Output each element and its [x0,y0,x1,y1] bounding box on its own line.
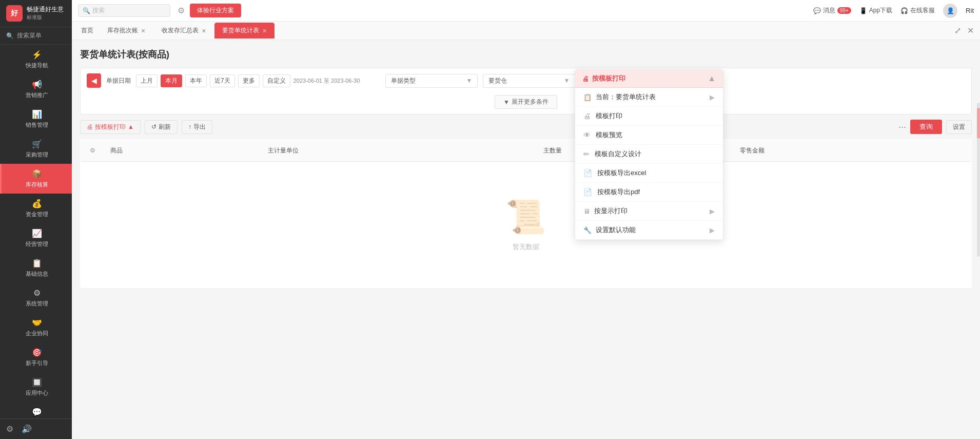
date-btn-more[interactable]: 更多 [238,74,260,87]
goods-filter-label: 要货仓 [488,77,507,85]
business-nav-label: 经营管理 [26,240,48,248]
topbar-search-icon: 🔍 [83,7,90,14]
printer-icon: 🖨 [87,123,93,130]
sidebar-item-collab[interactable]: 🤝 企业协同 [0,313,72,342]
export-pdf-label: 按模板导出pdf [597,187,715,197]
messages-button[interactable]: 💬 消息 99+ [813,6,851,15]
goods-filter-select[interactable]: 要货仓 ▼ [483,74,575,88]
date-btn-custom[interactable]: 自定义 [263,74,290,87]
date-btn-this-year[interactable]: 本年 [185,74,207,87]
purchase-nav-label: 采购管理 [26,151,48,159]
dropdown-item-export-pdf[interactable]: 📄 按模板导出pdf [575,183,723,202]
dropdown-title: 🖨 按模板打印 [582,74,625,83]
empty-state: 📜 暂无数据 [87,167,965,282]
tabbar-close-button[interactable]: ✕ [965,24,976,37]
type-filter-select[interactable]: 单据类型 ▼ [385,74,478,88]
dropdown-current-icon: 📋 [583,93,592,101]
sidebar-item-wechat[interactable]: 💬 企业微信 [0,402,72,418]
export-excel-label: 按模板导出excel [597,168,715,178]
guide-nav-label: 新手引导 [26,359,48,367]
app-download-button[interactable]: 📱 App下载 [859,6,892,15]
right-scrollbar[interactable] [977,103,980,257]
inventory-nav-label: 库存核算 [26,181,48,188]
system-nav-label: 系统管理 [26,300,48,308]
table-header-unit: 主计量单位 [262,140,537,162]
dropdown-item-template-design[interactable]: ✏ 模板自定义设计 [575,145,723,164]
topbar-settings-icon[interactable]: ⚙ [178,6,185,15]
date-btn-this-month[interactable]: 本月 [161,74,182,87]
app-badge: 标准版 [27,14,64,21]
tab-inventory-batch-close[interactable]: × [141,27,145,34]
finance-nav-label: 资金管理 [26,211,48,218]
quick-nav-nav-icon: ⚡ [32,50,42,60]
sidebar-item-quick-nav[interactable]: ⚡ 快捷导航 [0,45,72,74]
expand-more-button[interactable]: ▼ 展开更多条件 [495,95,557,109]
sidebar-item-apps[interactable]: 🔲 应用中心 [0,372,72,402]
print-template-arrow-icon: ▲ [128,123,134,130]
dropdown-current-label: 当前：要货单统计表 [596,92,656,102]
sidebar-item-sales[interactable]: 📊 销售管理 [0,104,72,134]
sidebar-item-finance[interactable]: 💰 资金管理 [0,194,72,223]
tab-requisition-stats[interactable]: 要货单统计表 × [214,23,274,39]
search-label: 搜索菜单 [17,31,42,40]
table-header-goods: 商品 [104,140,262,162]
export-button[interactable]: ↑ 导出 [182,120,212,134]
dropdown-display-print-section[interactable]: 🖥 按显示打印 ▶ [575,202,723,221]
tab-collection-summary-label: 收发存汇总表 [162,26,199,35]
customer-service-button[interactable]: 🎧 在线客服 [900,6,935,15]
sidebar-item-inventory[interactable]: 📦 库存核算 [0,164,72,194]
tab-collection-summary[interactable]: 收发存汇总表 × [154,23,213,39]
topbar-search-box[interactable]: 🔍 搜索 [78,4,170,17]
message-icon: 💬 [813,7,821,14]
sidebar-item-system[interactable]: ⚙ 系统管理 [0,283,72,313]
print-template-button[interactable]: 🖨 按模板打印 ▲ [80,120,141,134]
more-options-button[interactable]: ··· [898,122,906,132]
display-print-arrow-icon: ▶ [710,207,715,215]
export-excel-icon: 📄 [583,169,592,177]
speaker-icon[interactable]: 🔊 [22,424,32,434]
user-icon: 👤 [947,7,954,14]
sidebar-search[interactable]: 🔍 搜索菜单 [0,27,72,45]
collab-nav-label: 企业协同 [26,330,48,337]
settings-button[interactable]: 设置 [946,120,972,134]
user-avatar[interactable]: 👤 [943,4,957,18]
tab-requisition-stats-close[interactable]: × [262,27,266,34]
dropdown-item-template-print[interactable]: 🖨 模板打印 [575,107,723,126]
dropdown-item-template-preview[interactable]: 👁 模板预览 [575,126,723,145]
template-print-label: 模板打印 [596,111,715,121]
settings-icon[interactable]: ⚙ [6,424,13,434]
collapse-button[interactable]: ◀ [87,73,101,88]
content-area: 要货单统计表(按商品) ◀ 单据日期 上月 本月 本年 近7天 更多 自定义 2… [72,40,980,439]
sidebar-item-marketing[interactable]: 📢 营销推广 [0,74,72,104]
tab-collection-summary-close[interactable]: × [202,27,206,34]
dropdown-current-item[interactable]: 📋 当前：要货单统计表 ▶ [575,88,723,107]
sidebar-item-purchase[interactable]: 🛒 采购管理 [0,134,72,164]
dropdown-header: 🖨 按模板打印 ▲ [575,70,723,88]
query-button[interactable]: 查询 [910,120,942,134]
dropdown-default-function-section[interactable]: 🔧 设置默认功能 ▶ [575,221,723,240]
default-function-label: 设置默认功能 [596,225,636,235]
export-icon: ↑ [188,123,191,130]
template-design-label: 模板自定义设计 [595,149,715,159]
dropdown-close-button[interactable]: ▲ [708,74,716,83]
template-design-icon: ✏ [583,150,590,158]
date-btn-last-month[interactable]: 上月 [136,74,158,87]
dropdown-item-export-excel[interactable]: 📄 按模板导出excel [575,164,723,183]
sidebar-item-guide[interactable]: 🎯 新手引导 [0,342,72,372]
tabbar-maximize-button[interactable]: ⤢ [952,24,963,37]
tab-home[interactable]: 首页 [76,23,99,38]
date-btn-7days[interactable]: 近7天 [210,74,235,87]
trial-button[interactable]: 体验行业方案 [190,4,241,17]
refresh-button[interactable]: ↺ 刷新 [145,120,178,134]
tab-inventory-batch-label: 库存批次账 [107,26,138,35]
page-title: 要货单统计表(按商品) [80,48,972,61]
quick-nav-nav-label: 快捷导航 [26,62,48,69]
table-column-settings-icon[interactable]: ⚙ [87,145,98,156]
main-area: 🔍 搜索 ⚙ 体验行业方案 💬 消息 99+ 📱 App下载 🎧 在线客服 👤 … [72,0,980,439]
tab-inventory-batch[interactable]: 库存批次账 × [100,23,153,39]
table-header-row: ⚙ 商品 主计量单位 主数量 零售金额 [81,140,972,162]
sidebar-item-business[interactable]: 📈 经营管理 [0,223,72,253]
sidebar-item-basic[interactable]: 📋 基础信息 [0,253,72,283]
app-name-block: 畅捷通好生意 标准版 [27,6,64,21]
table-body: 📜 暂无数据 [81,162,972,288]
